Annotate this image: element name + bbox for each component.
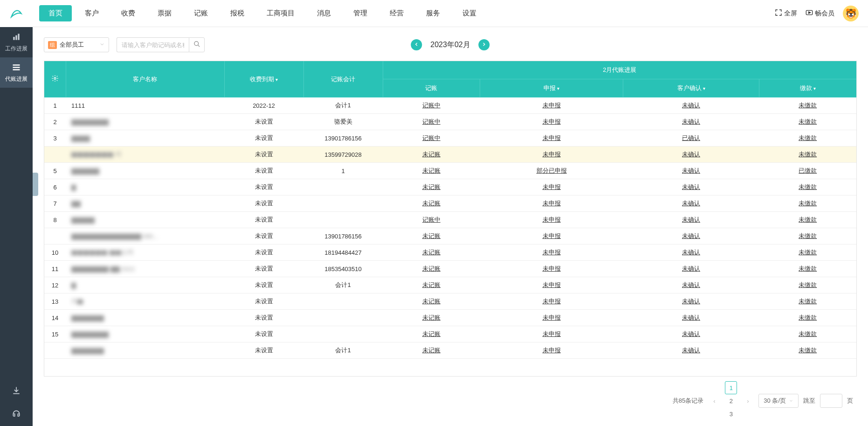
sb-link[interactable]: 未申报 — [543, 265, 561, 272]
table-row[interactable]: ▇▇▇▇▇▇▇未设置会计1未记账未申报未确认未缴款 — [44, 342, 856, 359]
th-expiry[interactable]: 收费到期▾ — [224, 61, 303, 98]
th-confirm[interactable]: 客户确认▾ — [623, 79, 759, 98]
jz-link[interactable]: 未记账 — [422, 314, 441, 321]
edge-expand-tab[interactable] — [33, 173, 38, 196]
pay-link[interactable]: 未缴款 — [799, 216, 817, 223]
sb-link[interactable]: 未申报 — [543, 347, 561, 354]
nav-item[interactable]: 首页 — [39, 5, 72, 21]
confirm-link[interactable]: 未确认 — [682, 249, 700, 256]
confirm-link[interactable]: 未确认 — [682, 265, 700, 272]
sb-link[interactable]: 未申报 — [543, 134, 561, 141]
confirm-link[interactable]: 未确认 — [682, 102, 700, 109]
jz-link[interactable]: 未记账 — [422, 167, 441, 174]
nav-item[interactable]: 工商项目 — [257, 5, 304, 21]
jz-link[interactable]: 未记账 — [422, 200, 441, 207]
sb-link[interactable]: 未申报 — [543, 249, 561, 256]
jz-link[interactable]: 未记账 — [422, 151, 441, 158]
jz-link[interactable]: 未记账 — [422, 347, 441, 354]
fullscreen-button[interactable]: 全屏 — [775, 9, 797, 18]
table-row[interactable]: 12▇未设置会计1未记账未申报未确认未缴款 — [44, 277, 856, 293]
sb-link[interactable]: 未申报 — [543, 314, 561, 321]
nav-item[interactable]: 报税 — [221, 5, 254, 21]
pay-link[interactable]: 已缴款 — [799, 167, 817, 174]
pay-link[interactable]: 未缴款 — [799, 183, 817, 190]
nav-item[interactable]: 服务 — [417, 5, 449, 21]
sb-link[interactable]: 未申报 — [543, 183, 561, 190]
support-button[interactable] — [0, 403, 33, 426]
nav-item[interactable]: 消息 — [308, 5, 340, 21]
confirm-link[interactable]: 未确认 — [682, 151, 700, 158]
staff-select[interactable]: 组 全部员工 — [44, 37, 109, 52]
confirm-link[interactable]: 已确认 — [682, 134, 700, 141]
th-sb[interactable]: 申报▾ — [480, 79, 623, 98]
pay-link[interactable]: 未缴款 — [799, 134, 817, 141]
table-row[interactable]: 14▇▇▇▇▇▇▇未设置未记账未申报未确认未缴款 — [44, 310, 856, 326]
sb-link[interactable]: 未申报 — [543, 102, 561, 109]
jz-link[interactable]: 未记账 — [422, 330, 441, 337]
vip-button[interactable]: 畅会员 — [806, 9, 834, 18]
sb-link[interactable]: 未申报 — [543, 281, 561, 288]
download-button[interactable] — [0, 379, 33, 403]
next-page-button[interactable]: › — [742, 394, 754, 407]
table-row[interactable]: 10▇▇▇▇▇▇ ▇▇公司未设置18194484427未记账未申报未确认未缴款 — [44, 244, 856, 261]
jz-link[interactable]: 未记账 — [422, 249, 441, 256]
table-row[interactable]: 7▇▇未设置未记账未申报未确认未缴款 — [44, 196, 856, 212]
jz-link[interactable]: 记账中 — [422, 134, 441, 141]
table-row[interactable]: ▇▇▇▇▇▇▇ 司未设置13599729028未记账未申报未确认未缴款 — [44, 147, 856, 163]
sb-link[interactable]: 未申报 — [543, 200, 561, 207]
prev-page-button[interactable]: ‹ — [708, 394, 720, 407]
confirm-link[interactable]: 未确认 — [682, 200, 700, 207]
table-settings-button[interactable] — [51, 75, 59, 84]
sb-link[interactable]: 未申报 — [543, 232, 561, 239]
pay-link[interactable]: 未缴款 — [799, 330, 817, 337]
th-pay[interactable]: 缴款▾ — [759, 79, 856, 98]
nav-item[interactable]: 设置 — [453, 5, 486, 21]
confirm-link[interactable]: 未确认 — [682, 330, 700, 337]
table-row[interactable]: 15▇▇▇▇▇▇▇▇未设置未记账未申报未确认未缴款 — [44, 326, 856, 342]
pay-link[interactable]: 未缴款 — [799, 249, 817, 256]
sb-link[interactable]: 未申报 — [543, 330, 561, 337]
pay-link[interactable]: 未缴款 — [799, 200, 817, 207]
jump-page-input[interactable] — [820, 394, 842, 408]
confirm-link[interactable]: 未确认 — [682, 232, 700, 239]
nav-item[interactable]: 收费 — [112, 5, 145, 21]
table-row[interactable]: 8▇▇▇▇▇未设置记账中未申报未确认未缴款 — [44, 212, 856, 228]
confirm-link[interactable]: 未确认 — [682, 298, 700, 305]
nav-item[interactable]: 票据 — [148, 5, 181, 21]
next-month-button[interactable] — [479, 39, 490, 50]
confirm-link[interactable]: 未确认 — [682, 183, 700, 190]
sidebar-item-accounting-progress[interactable]: 代账进展 — [0, 57, 33, 88]
sb-link[interactable]: 未申报 — [543, 118, 561, 125]
prev-month-button[interactable] — [411, 39, 422, 50]
pay-link[interactable]: 未缴款 — [799, 151, 817, 158]
table-row[interactable]: 5▇▇▇▇▇▇未设置1未记账部分已申报未确认已缴款 — [44, 163, 856, 179]
jz-link[interactable]: 记账中 — [422, 118, 441, 125]
page-size-select[interactable]: 30 条/页 — [758, 394, 799, 408]
user-avatar[interactable]: 🐯 — [843, 6, 859, 21]
table-row[interactable]: 11▇▇▇▇▇▇▇▇ ▇▇ 2022未设置18535403510未记账未申报未确… — [44, 261, 856, 277]
jz-link[interactable]: 未记账 — [422, 298, 441, 305]
sb-link[interactable]: 未申报 — [543, 216, 561, 223]
table-row[interactable]: ▇▇▇▇▇▇▇▇▇▇▇▇▇▇▇ 085...未设置13901786156未记账未… — [44, 228, 856, 244]
search-button[interactable] — [189, 37, 205, 52]
pay-link[interactable]: 未缴款 — [799, 298, 817, 305]
table-row[interactable]: 13代▇未设置未记账未申报未确认未缴款 — [44, 293, 856, 310]
page-number[interactable]: 2 — [725, 394, 737, 407]
pay-link[interactable]: 未缴款 — [799, 347, 817, 354]
pay-link[interactable]: 未缴款 — [799, 102, 817, 109]
sb-link[interactable]: 未申报 — [543, 298, 561, 305]
jz-link[interactable]: 记账中 — [422, 102, 441, 109]
table-row[interactable]: 2▇▇▇▇▇▇▇▇未设置骆爱美记账中未申报未确认未缴款 — [44, 114, 856, 130]
pay-link[interactable]: 未缴款 — [799, 118, 817, 125]
pay-link[interactable]: 未缴款 — [799, 281, 817, 288]
table-row[interactable]: 3▇▇▇▇未设置13901786156记账中未申报已确认未缴款 — [44, 130, 856, 147]
sb-link[interactable]: 未申报 — [543, 151, 561, 158]
jz-link[interactable]: 未记账 — [422, 183, 441, 190]
pay-link[interactable]: 未缴款 — [799, 265, 817, 272]
pay-link[interactable]: 未缴款 — [799, 232, 817, 239]
jz-link[interactable]: 未记账 — [422, 232, 441, 239]
jz-link[interactable]: 未记账 — [422, 281, 441, 288]
table-row[interactable]: 111112022-12会计1记账中未申报未确认未缴款 — [44, 98, 856, 114]
nav-item[interactable]: 管理 — [344, 5, 377, 21]
search-input[interactable] — [117, 37, 189, 52]
